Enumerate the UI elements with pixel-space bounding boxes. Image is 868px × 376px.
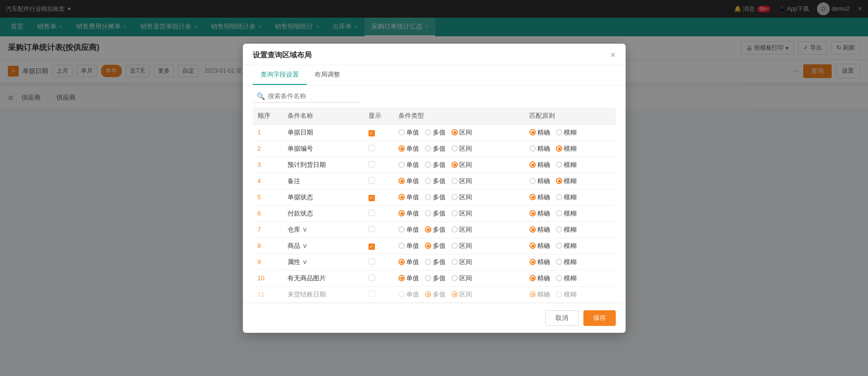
tab-layout-adjust-label: 布局调整 [315,71,340,78]
dialog-tabs: 查询字段设置 布局调整 [243,65,626,85]
dialog-header: 设置查询区域布局 × [243,44,626,65]
dialog-overlay: 设置查询区域布局 × 查询字段设置 布局调整 🔍 顺序 [0,0,868,109]
dialog-title: 设置查询区域布局 [253,51,312,60]
search-wrap: 🔍 [253,90,361,103]
col-name: 条件名称 [283,107,363,110]
col-type: 条件类型 [394,107,525,110]
settings-dialog: 设置查询区域布局 × 查询字段设置 布局调整 🔍 顺序 [243,44,626,110]
col-match: 匹配原则 [525,107,615,110]
search-icon: 🔍 [257,92,265,100]
dialog-table: 顺序 条件名称 显示 条件类型 匹配原则 1单据日期单值多值区间精确模糊2单据编… [243,107,626,110]
col-show: 显示 [364,107,394,110]
tab-query-fields-label: 查询字段设置 [261,71,299,78]
search-input[interactable] [268,92,351,100]
tab-query-fields[interactable]: 查询字段设置 [253,65,307,85]
col-order: 顺序 [253,107,283,110]
tab-layout-adjust[interactable]: 布局调整 [307,65,348,85]
dialog-search-area: 🔍 [243,85,626,107]
dialog-close-button[interactable]: × [610,51,616,59]
